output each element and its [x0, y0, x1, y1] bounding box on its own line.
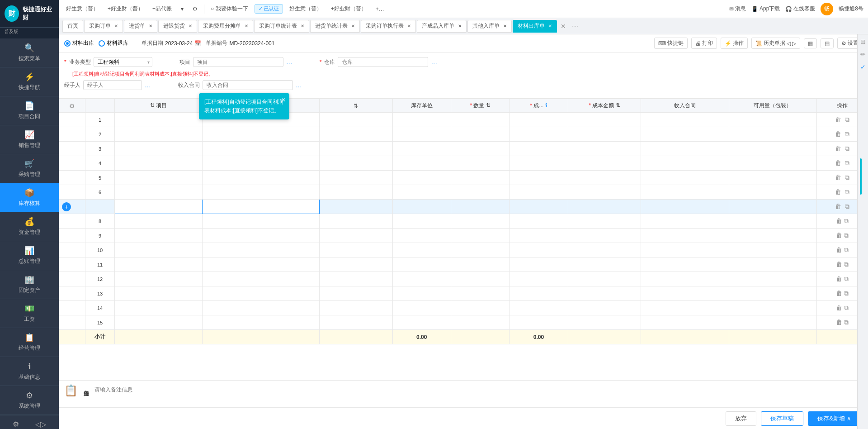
delete-row-btn[interactable]: 🗑 — [836, 232, 842, 239]
delete-row-btn[interactable]: 🗑 — [836, 261, 842, 268]
sidebar-item-finance[interactable]: 💰 资金管理 — [0, 212, 59, 241]
topnav-dropdown-arrow[interactable]: ▾ — [178, 4, 186, 14]
tab-close[interactable]: ✕ — [407, 24, 411, 29]
available-cell[interactable] — [729, 113, 816, 127]
user-avatar[interactable]: 畅 — [821, 3, 833, 15]
user-name[interactable]: 畅捷通8号 — [839, 5, 863, 13]
topnav-good-biz2[interactable]: 好生意（普） — [287, 3, 325, 14]
radio-material-out[interactable]: 材料出库 — [64, 39, 94, 47]
copy-row-btn[interactable]: ⧉ — [844, 275, 849, 282]
tab-material-outbound[interactable]: 材料出库单 ✕ — [513, 20, 557, 33]
biztype-input[interactable] — [94, 57, 152, 67]
spec-cell[interactable] — [319, 127, 392, 142]
sidebar-item-sales[interactable]: 📈 销售管理 — [0, 125, 59, 154]
material-cell-active[interactable] — [203, 200, 320, 214]
project-input[interactable] — [193, 57, 283, 67]
operation-btn[interactable]: ⚡ 操作 — [721, 38, 748, 49]
unit-cell[interactable] — [392, 127, 451, 142]
tab-close[interactable]: ✕ — [301, 24, 304, 29]
copy-row-btn[interactable]: ⧉ — [844, 304, 849, 311]
sidebar-item-basic[interactable]: ℹ 基础信息 — [0, 357, 59, 386]
copy-row-btn[interactable]: ⧉ — [844, 290, 849, 297]
delete-row-btn[interactable]: 🗑 — [835, 188, 841, 195]
radio-material-return[interactable]: 材料退库 — [99, 39, 128, 47]
topnav-agency[interactable]: +易代账 — [150, 3, 175, 14]
col-settings-header[interactable]: ⚙ — [59, 99, 85, 113]
tab-purchase-order[interactable]: 采购订单 ✕ — [84, 20, 123, 33]
sidebar-item-purchase[interactable]: 🛒 采购管理 — [0, 154, 59, 183]
view-list-btn[interactable]: ▦ — [804, 38, 817, 48]
quantity-cell[interactable] — [451, 127, 509, 142]
topnav-more[interactable]: +… — [373, 4, 387, 14]
tab-close[interactable]: ✕ — [114, 24, 118, 29]
info-icon[interactable]: ℹ — [545, 102, 547, 109]
copy-row-btn[interactable]: ⧉ — [844, 319, 849, 326]
settings-bottom-icon[interactable]: ⚙ — [13, 420, 19, 429]
available-cell[interactable] — [729, 142, 816, 156]
sidebar-item-assets[interactable]: 🏢 固定资产 — [0, 270, 59, 299]
sidebar-item-inventory[interactable]: 📦 库存核算 — [0, 183, 59, 212]
tab-inbound[interactable]: 进货单 ✕ — [124, 20, 157, 33]
calendar-icon[interactable]: 📅 — [194, 40, 201, 47]
tab-bar-more[interactable]: ⋯ — [570, 21, 580, 32]
topnav-settings-icon[interactable]: ⚙ — [190, 4, 200, 14]
copy-row-btn[interactable]: ⧉ — [845, 130, 849, 138]
col-unit-header[interactable]: 库存单位 — [392, 99, 451, 113]
app-download-btn[interactable]: 📱 App下载 — [751, 5, 780, 13]
tab-close[interactable]: ✕ — [503, 24, 507, 29]
copy-row-btn[interactable]: ⧉ — [844, 217, 849, 224]
sidebar-item-system[interactable]: ⚙ 系统管理 — [0, 386, 59, 415]
copy-row-btn[interactable]: ⧉ — [845, 203, 849, 210]
warehouse-search-dots[interactable]: … — [431, 58, 437, 66]
right-panel-icon-3[interactable]: ✓ — [860, 63, 866, 71]
notes-input[interactable] — [94, 384, 863, 402]
tab-inbound-stats[interactable]: 进货单统计表 ✕ — [310, 20, 360, 33]
project-cell[interactable] — [114, 113, 202, 127]
unit-cell[interactable] — [392, 113, 451, 127]
col-income-contract-header[interactable]: 收入合同 — [641, 99, 729, 113]
tab-finished-goods[interactable]: 产成品入库单 ✕ — [417, 20, 467, 33]
cost-price-cell[interactable] — [509, 113, 568, 127]
tab-purchase-expense[interactable]: 采购费用分摊单 ✕ — [198, 20, 253, 33]
tab-close[interactable]: ✕ — [149, 24, 152, 29]
col-project-header[interactable]: ⇅ 项目 — [114, 99, 202, 113]
save-new-btn[interactable]: 保存&新增 ∧ — [808, 411, 861, 426]
copy-row-btn[interactable]: ⧉ — [844, 246, 849, 253]
col-settings-icon[interactable]: ⚙ — [69, 102, 75, 110]
sidebar-item-operation[interactable]: 📋 经营管理 — [0, 328, 59, 357]
topnav-good-finance[interactable]: +好业财（普） — [105, 3, 146, 14]
delete-row-btn[interactable]: 🗑 — [836, 246, 842, 253]
right-panel-icon-1[interactable]: ⊞ — [860, 38, 866, 45]
handler-input[interactable] — [83, 80, 142, 90]
tab-bar-close[interactable]: ✕ — [558, 21, 569, 32]
tab-purchase-execute[interactable]: 采购订单执行表 ✕ — [361, 20, 416, 33]
view-detail-btn[interactable]: ▤ — [821, 38, 834, 48]
collapse-icon[interactable]: ◁▷ — [35, 420, 46, 429]
delete-row-btn[interactable]: 🗑 — [836, 290, 842, 297]
project-search-dots[interactable]: … — [286, 58, 292, 66]
copy-row-btn[interactable]: ⧉ — [844, 232, 849, 239]
add-row-btn[interactable]: + — [62, 202, 71, 211]
cost-price-cell[interactable] — [509, 127, 568, 142]
delete-row-btn[interactable]: 🗑 — [835, 116, 841, 123]
copy-row-btn[interactable]: ⧉ — [845, 159, 849, 167]
warehouse-input[interactable] — [338, 57, 428, 67]
tab-purchase-stats[interactable]: 采购订单统计表 ✕ — [254, 20, 309, 33]
sidebar-item-quick-nav[interactable]: ⚡ 快捷导航 — [0, 67, 59, 96]
income-contract-cell[interactable] — [641, 142, 729, 156]
tab-other-inbound[interactable]: 其他入库单 ✕ — [467, 20, 512, 33]
col-cost-amount-header[interactable]: * 成本金额 ⇅ — [568, 99, 641, 113]
online-service-btn[interactable]: 🎧 在线客服 — [785, 5, 815, 13]
material-cell[interactable] — [203, 127, 320, 142]
tooltip-close-btn[interactable]: ✕ — [281, 96, 286, 105]
print-btn[interactable]: 🖨 打印 — [691, 38, 717, 49]
delete-row-btn[interactable]: 🗑 — [835, 145, 841, 152]
tab-close[interactable]: ✕ — [548, 24, 552, 29]
project-cell-active[interactable] — [114, 200, 202, 214]
tab-close[interactable]: ✕ — [351, 24, 355, 29]
copy-row-btn[interactable]: ⧉ — [845, 145, 849, 152]
income-contract-cell[interactable] — [641, 113, 729, 127]
sidebar-item-search[interactable]: 🔍 搜索菜单 — [0, 38, 59, 67]
save-draft-btn[interactable]: 保存草稿 — [761, 411, 803, 426]
income-contract-dots[interactable]: … — [296, 81, 302, 89]
